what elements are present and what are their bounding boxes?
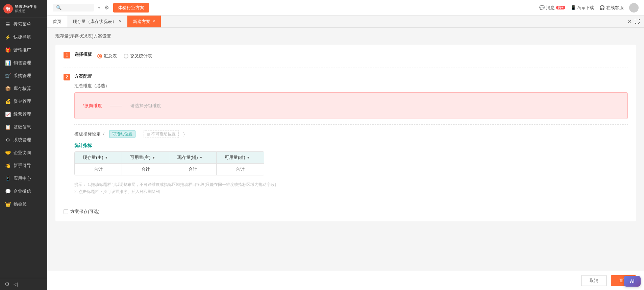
sidebar: 畅 畅康通好生意 标准版 ☰ 搜索菜单 ⚡ 快捷导航 🎁 营销推广 📊 销售管理… (0, 0, 47, 290)
tab-inventory-label: 现存量（库存状况表） (73, 19, 117, 25)
radio-cross-circle (124, 54, 128, 58)
sidebar-item-finance[interactable]: 💰 资金管理 (0, 95, 47, 108)
stats-table-body: 合计 合计 合计 合计 (75, 163, 264, 175)
guide-icon: 👋 (5, 163, 11, 169)
app-subtitle: 标准版 (15, 9, 37, 14)
system-icon: ⚙ (5, 137, 11, 143)
sidebar-item-guide[interactable]: 👋 新手引导 (0, 159, 47, 172)
sidebar-item-label: 搜索菜单 (14, 21, 31, 27)
tips-box: 提示： 1.拖动标题栏可以调整布局，不可跨维度或指标区域拖动栏目字段(只能在同一… (74, 182, 628, 195)
tip-2: 2. 点击标题栏下拉可设置排序、插入列和删除列 (74, 189, 628, 195)
col-dropdown-2[interactable]: ▾ (200, 155, 202, 160)
col-dropdown-3[interactable]: ▾ (247, 155, 249, 160)
business-icon: 📈 (5, 111, 11, 117)
cell-3: 合计 (217, 164, 264, 175)
sidebar-header: 畅 畅康通好生意 标准版 (0, 0, 47, 18)
sidebar-item-search[interactable]: ☰ 搜索菜单 (0, 18, 47, 31)
draggable-tag: 可拖动位置 (109, 130, 135, 138)
headset-icon: 🎧 (599, 5, 605, 10)
dropdown-icon[interactable]: ▾ (98, 5, 100, 10)
radio-summary-circle (97, 54, 102, 58)
sidebar-item-business[interactable]: 📈 经营管理 (0, 108, 47, 121)
tab-inventory[interactable]: 现存量（库存状况表） ✕ (67, 16, 127, 27)
search-input[interactable] (64, 5, 91, 10)
topbar-right: 💬 消息 99+ 📱 App下载 🎧 在线客服 (539, 3, 639, 13)
template-settings-row: 模板指标设定（ 可拖动位置 ▩ 不可拖动位置 ） (74, 130, 628, 138)
cell-0: 合计 (75, 164, 122, 175)
sidebar-item-inventory[interactable]: 📦 库存核算 (0, 82, 47, 95)
app-center-icon: 📱 (5, 175, 11, 182)
tab-inventory-close[interactable]: ✕ (119, 19, 122, 24)
step1-title: 选择模板 (74, 51, 92, 57)
sidebar-item-label: 库存核算 (14, 86, 31, 92)
settings-icon[interactable]: ⚙ (5, 281, 9, 287)
sidebar-item-app-center[interactable]: 📱 应用中心 (0, 172, 47, 185)
sidebar-item-label: 营销推广 (14, 47, 31, 53)
sidebar-item-label: 经营管理 (14, 111, 31, 117)
step2-badge: 2 (64, 74, 70, 80)
col-header-2: 现存量(辅) ▾ (169, 152, 217, 163)
radio-cross[interactable]: 交叉统计表 (124, 53, 152, 59)
sales-icon: 📊 (5, 60, 11, 66)
sidebar-item-purchase[interactable]: 🛒 采购管理 (0, 69, 47, 82)
avatar[interactable] (629, 3, 639, 13)
sidebar-item-system[interactable]: ⚙ 系统管理 (0, 134, 47, 146)
dim-required-label: *纵向维度 (83, 103, 102, 109)
col-label-3: 可用量(辅) (225, 154, 245, 161)
col-dropdown-0[interactable]: ▾ (105, 155, 107, 160)
sidebar-bottom: ⚙ ◁ (0, 278, 47, 290)
radio-cross-label: 交叉统计表 (130, 53, 152, 59)
dim-arrow: —— (110, 102, 122, 109)
col-dropdown-1[interactable]: ▾ (153, 155, 155, 160)
inventory-icon: 📦 (5, 86, 11, 92)
sidebar-item-label: 企业微信 (14, 188, 31, 194)
save-option-label: 方案保存(可选) (70, 209, 100, 215)
section1: 1 选择模板 汇总表 交叉统计表 (64, 51, 628, 61)
finance-icon: 💰 (5, 98, 11, 104)
divider3 (64, 203, 628, 203)
tip-1: 提示： 1.拖动标题栏可以调整布局，不可跨维度或指标区域拖动栏目字段(只能在同一… (74, 182, 628, 188)
ai-button[interactable]: Ai (624, 276, 641, 287)
collapse-icon[interactable]: ◁ (14, 281, 18, 287)
content-area: 现存量(库存状况表)方案设置 1 选择模板 汇总表 (47, 28, 644, 271)
tab-new-plan-label: 新建方案 (133, 19, 150, 25)
cancel-button[interactable]: 取消 (581, 275, 607, 286)
window-expand-icon[interactable]: ⛶ (635, 19, 640, 25)
divider1 (64, 68, 628, 68)
sidebar-item-sales[interactable]: 📊 销售管理 (0, 56, 47, 69)
save-checkbox[interactable] (64, 209, 68, 214)
experience-btn[interactable]: 体验行业方案 (113, 3, 149, 13)
stats-label: 统计指标 (74, 143, 628, 149)
gear-icon[interactable]: ⚙ (104, 4, 109, 11)
main-card: 1 选择模板 汇总表 交叉统计表 (55, 45, 636, 221)
topbar-search: 🔍 (53, 4, 94, 11)
sidebar-item-label: 采购管理 (14, 73, 31, 79)
template-radio-group: 汇总表 交叉统计表 (97, 53, 152, 59)
app-download-btn[interactable]: 📱 App下载 (571, 5, 594, 11)
sidebar-item-label: 资金管理 (14, 98, 31, 104)
sidebar-item-label: 快捷导航 (14, 34, 31, 40)
step2-content: 方案配置 汇总维度（必选） *纵向维度 —— 请选择分组维度 模板指标设定（ 可… (74, 73, 628, 196)
sidebar-item-label: 销售管理 (14, 60, 31, 66)
sidebar-item-basic-info[interactable]: 📋 基础信息 (0, 121, 47, 134)
vip-icon: 👑 (5, 201, 11, 207)
sidebar-item-cooperation[interactable]: 🤝 企业协同 (0, 146, 47, 159)
sidebar-item-marketing[interactable]: 🎁 营销推广 (0, 44, 47, 56)
online-service-btn[interactable]: 🎧 在线客服 (599, 5, 624, 11)
window-close-icon[interactable]: ✕ (627, 18, 632, 25)
sidebar-item-wechat[interactable]: 💬 企业微信 (0, 185, 47, 198)
sidebar-item-vip[interactable]: 👑 畅会员 (0, 198, 47, 211)
sidebar-item-quick-nav[interactable]: ⚡ 快捷导航 (0, 31, 47, 44)
sidebar-item-label: 应用中心 (14, 175, 31, 182)
template-settings-suffix: ） (183, 131, 187, 137)
sidebar-item-label: 企业协同 (14, 150, 31, 156)
tab-home[interactable]: 首页 (47, 16, 67, 27)
tab-new-plan-close[interactable]: ✕ (152, 19, 155, 24)
app-title: 畅康通好生意 (15, 4, 37, 9)
tab-new-plan[interactable]: 新建方案 ✕ (127, 16, 161, 27)
radio-summary[interactable]: 汇总表 (97, 53, 117, 59)
section2: 2 方案配置 汇总维度（必选） *纵向维度 —— 请选择分组维度 模板指标设定（… (64, 73, 628, 196)
messages-btn[interactable]: 💬 消息 99+ (539, 5, 565, 11)
search-menu-icon: ☰ (5, 21, 11, 27)
marketing-icon: 🎁 (5, 47, 11, 53)
